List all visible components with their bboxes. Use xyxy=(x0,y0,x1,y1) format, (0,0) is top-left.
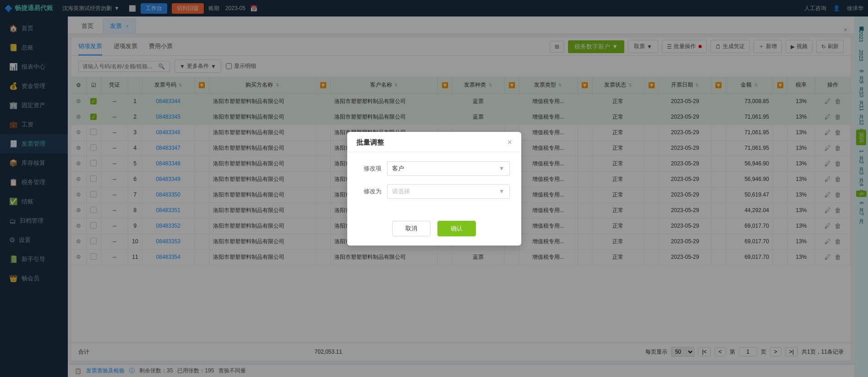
modify-to-label: 修改为 xyxy=(359,187,382,196)
modal-cancel-button[interactable]: 取消 xyxy=(392,221,431,236)
modify-item-value: 客户 xyxy=(392,164,404,173)
modify-to-placeholder: 请选择 xyxy=(392,187,410,196)
modal-body: 修改项 客户 ▼ 修改为 请选择 ▼ xyxy=(347,152,521,216)
modal-overlay[interactable]: 批量调整 × 修改项 客户 ▼ 修改为 请选择 ▼ 取消 确认 xyxy=(0,0,868,377)
modal-close-button[interactable]: × xyxy=(508,138,512,147)
batch-adjust-modal: 批量调整 × 修改项 客户 ▼ 修改为 请选择 ▼ 取消 确认 xyxy=(347,132,521,246)
modify-item-dropdown-icon: ▼ xyxy=(499,165,505,172)
modal-footer: 取消 确认 xyxy=(347,216,521,246)
modal-header: 批量调整 × xyxy=(347,132,521,152)
modify-to-dropdown-icon: ▼ xyxy=(499,188,505,195)
modify-item-select[interactable]: 客户 ▼ xyxy=(387,161,510,176)
modify-item-row: 修改项 客户 ▼ xyxy=(359,161,510,176)
modal-confirm-button[interactable]: 确认 xyxy=(437,221,476,236)
modify-item-label: 修改项 xyxy=(359,164,382,173)
modify-to-select[interactable]: 请选择 ▼ xyxy=(387,184,510,199)
modal-title: 批量调整 xyxy=(356,138,384,147)
modify-to-row: 修改为 请选择 ▼ xyxy=(359,184,510,199)
